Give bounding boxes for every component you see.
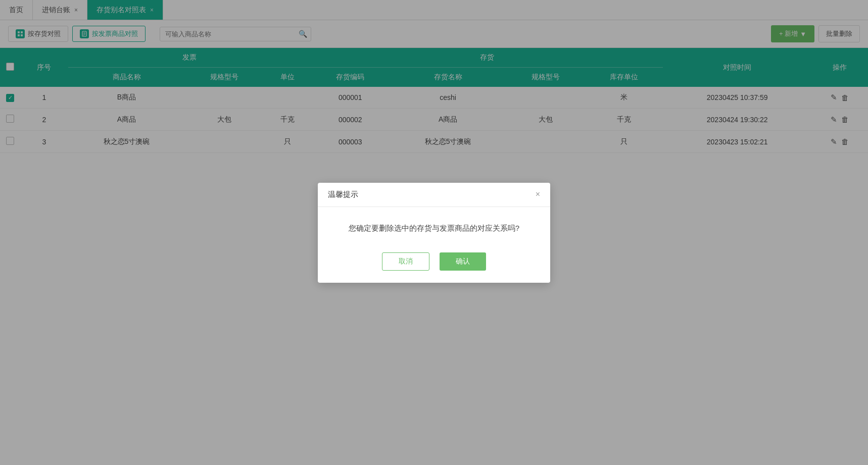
confirm-dialog: 温馨提示 × 您确定要删除选中的存货与发票商品的对应关系吗? 取消 确认 <box>318 183 550 283</box>
dialog-message: 您确定要删除选中的存货与发票商品的对应关系吗? <box>349 224 519 232</box>
dialog-close-button[interactable]: × <box>536 190 540 199</box>
dialog-cancel-button[interactable]: 取消 <box>382 252 429 271</box>
dialog-overlay: 温馨提示 × 您确定要删除选中的存货与发票商品的对应关系吗? 取消 确认 <box>0 0 868 465</box>
dialog-confirm-button[interactable]: 确认 <box>440 252 486 271</box>
dialog-title: 温馨提示 <box>328 190 358 199</box>
dialog-footer: 取消 确认 <box>318 244 550 283</box>
dialog-header: 温馨提示 × <box>318 183 550 207</box>
dialog-body: 您确定要删除选中的存货与发票商品的对应关系吗? <box>318 207 550 244</box>
